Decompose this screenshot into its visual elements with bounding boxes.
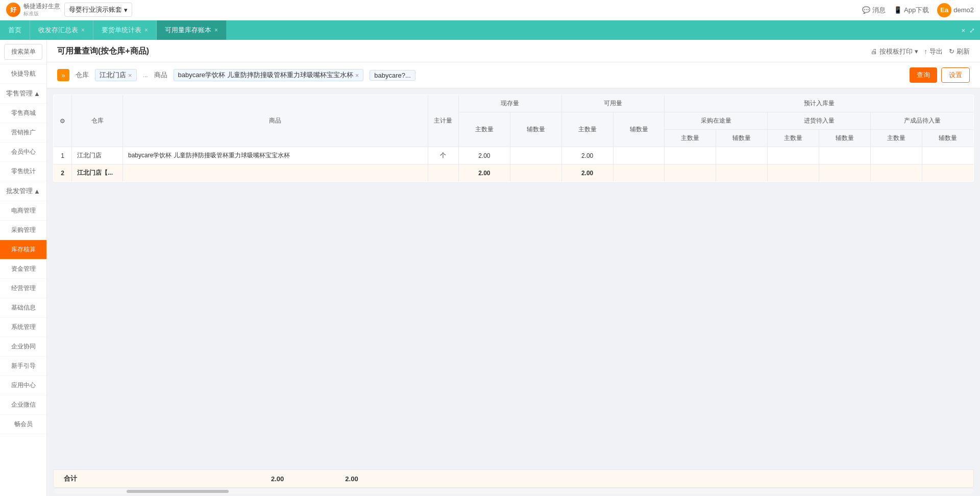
- td-subtotal-product: [123, 164, 428, 182]
- td-avail-aux: [613, 147, 665, 164]
- sidebar-item-enterprise[interactable]: 企业协同: [0, 337, 46, 357]
- sidebar-item-system[interactable]: 系统管理: [0, 318, 46, 337]
- arrow-icon-2: ▲: [34, 187, 40, 195]
- user-profile[interactable]: Ea demo2: [937, 3, 974, 17]
- print-btn[interactable]: 🖨 按模板打印 ▾: [871, 47, 918, 56]
- td-warehouse: 江北门店: [72, 147, 123, 164]
- td-subtotal-purchase-main: [665, 164, 716, 182]
- sidebar-item-retail-stats[interactable]: 零售统计: [0, 162, 46, 181]
- data-table: ⚙ 仓库 商品 主计量 现存量 可用量 预计入库量 主数量 辅数量 主数量 辅数…: [53, 95, 974, 182]
- product-tag1-close[interactable]: ×: [355, 72, 359, 79]
- warehouse-tag: 江北门店 ×: [95, 69, 137, 81]
- logo-icon: 好: [6, 3, 20, 17]
- th-incoming-aux: 辅数量: [819, 130, 871, 147]
- sidebar-item-retail-mall[interactable]: 零售商城: [0, 104, 46, 123]
- th-expected-group: 预计入库量: [665, 95, 974, 112]
- sidebar-item-wechat[interactable]: 企业微信: [0, 395, 46, 415]
- td-subtotal-incoming-aux: [819, 164, 871, 182]
- th-gear: ⚙: [54, 95, 72, 147]
- table-container: ⚙ 仓库 商品 主计量 现存量 可用量 预计入库量 主数量 辅数量 主数量 辅数…: [47, 88, 980, 469]
- sidebar: 搜索菜单 快捷导航 零售管理 ▲ 零售商城 营销推广 会员中心 零售统计 批发管…: [0, 40, 47, 496]
- th-avail-aux: 辅数量: [613, 112, 665, 147]
- subtotal-row: 2 江北门店【... 2.00 2.00: [54, 164, 974, 182]
- tab-close-order[interactable]: ×: [144, 27, 148, 34]
- td-subtotal-warehouse: 江北门店【...: [72, 164, 123, 182]
- warehouse-tag-close[interactable]: ×: [128, 72, 132, 79]
- td-stock-main: 2.00: [458, 147, 510, 164]
- message-btn[interactable]: 💬 消息: [862, 6, 886, 15]
- tab-order-stats[interactable]: 要货单统计表 ×: [93, 20, 157, 40]
- filter-buttons: 查询 设置: [910, 67, 970, 83]
- main-layout: 搜索菜单 快捷导航 零售管理 ▲ 零售商城 营销推广 会员中心 零售统计 批发管…: [0, 40, 980, 496]
- td-stock-aux: [510, 147, 561, 164]
- query-button[interactable]: 查询: [910, 67, 937, 83]
- chevron-down-icon: ▾: [124, 6, 128, 14]
- sidebar-item-app-center[interactable]: 应用中心: [0, 376, 46, 395]
- refresh-btn[interactable]: ↻ 刷新: [949, 47, 970, 56]
- tab-bar-controls: × ⤢: [956, 20, 980, 40]
- sidebar-search-area: 搜索菜单: [0, 40, 46, 64]
- warehouse-label: 仓库: [76, 70, 89, 80]
- sidebar-item-marketing[interactable]: 营销推广: [0, 123, 46, 143]
- td-subtotal-stock-aux: [510, 164, 561, 182]
- setting-button[interactable]: 设置: [941, 67, 970, 83]
- expand-icon[interactable]: ⤢: [969, 27, 975, 34]
- tab-receive-summary[interactable]: 收发存汇总表 ×: [30, 20, 93, 40]
- footer-label: 合计: [64, 474, 77, 483]
- tab-available-stock[interactable]: 可用量库存账本 ×: [157, 20, 227, 40]
- scrollbar-thumb[interactable]: [127, 490, 229, 493]
- th-purchase-aux: 辅数量: [716, 130, 768, 147]
- export-icon: ↑: [924, 48, 928, 55]
- sidebar-item-inventory[interactable]: 库存核算: [0, 240, 46, 259]
- td-unit: 个: [428, 147, 458, 164]
- sidebar-item-wholesale[interactable]: 批发管理 ▲: [0, 181, 46, 201]
- th-product-group: 产成品待入量: [871, 112, 974, 130]
- filter-toggle-btn[interactable]: »: [57, 69, 69, 81]
- th-avail-main: 主数量: [561, 112, 613, 147]
- td-purchase-aux: [716, 147, 768, 164]
- td-avail-main: 2.00: [561, 147, 613, 164]
- sidebar-item-ecommerce[interactable]: 电商管理: [0, 201, 46, 221]
- message-icon: 💬: [862, 6, 870, 14]
- td-incoming-aux: [819, 147, 871, 164]
- tab-home[interactable]: 首页: [0, 20, 30, 40]
- content-area: 可用量查询(按仓库+商品) 🖨 按模板打印 ▾ ↑ 导出 ↻ 刷新: [47, 40, 980, 496]
- logo: 好 畅捷通好生意 标准版: [6, 3, 60, 17]
- sidebar-quick-nav[interactable]: 快捷导航: [0, 64, 46, 84]
- th-incoming-group: 进货待入量: [768, 112, 871, 130]
- tab-bar: 首页 收发存汇总表 × 要货单统计表 × 可用量库存账本 × × ⤢: [0, 20, 980, 40]
- product-tag-1: babycare学饮杯 儿童防摔防撞吸管杯重力球吸嘴杯宝宝水杯 ×: [174, 69, 364, 81]
- sidebar-item-member2[interactable]: 畅会员: [0, 415, 46, 434]
- sidebar-item-purchase[interactable]: 采购管理: [0, 221, 46, 240]
- app-download-btn[interactable]: 📱 App下载: [894, 6, 929, 15]
- tab-close-available[interactable]: ×: [214, 27, 218, 34]
- account-selector[interactable]: 母婴行业演示账套 ▾: [64, 3, 132, 17]
- horizontal-scrollbar[interactable]: [53, 488, 974, 494]
- table-row: 1 江北门店 babycare学饮杯 儿童防摔防撞吸管杯重力球吸嘴杯宝宝水杯 个…: [54, 147, 974, 164]
- sidebar-item-operations[interactable]: 经营管理: [0, 279, 46, 298]
- th-available-group: 可用量: [561, 95, 665, 112]
- td-subtotal-purchase-aux: [716, 164, 768, 182]
- footer-avail-main: 2.00: [345, 475, 358, 483]
- td-incoming-main: [768, 147, 819, 164]
- th-purchase-main: 主数量: [665, 130, 716, 147]
- export-btn[interactable]: ↑ 导出: [924, 47, 943, 56]
- page-actions: 🖨 按模板打印 ▾ ↑ 导出 ↻ 刷新: [871, 47, 970, 56]
- page-title: 可用量查询(按仓库+商品): [57, 46, 149, 57]
- td-subtotal-avail-aux: [613, 164, 665, 182]
- search-menu-btn[interactable]: 搜索菜单: [4, 44, 42, 60]
- td-purchase-main: [665, 147, 716, 164]
- sidebar-item-member[interactable]: 会员中心: [0, 143, 46, 162]
- td-subtotal-avail-main: 2.00: [561, 164, 613, 182]
- page-header: 可用量查询(按仓库+商品) 🖨 按模板打印 ▾ ↑ 导出 ↻ 刷新: [47, 40, 980, 62]
- warehouse-more[interactable]: ...: [143, 72, 148, 79]
- sidebar-item-basic-info[interactable]: 基础信息: [0, 298, 46, 318]
- close-all-tabs-icon[interactable]: ×: [961, 27, 965, 34]
- th-unit: 主计量: [428, 95, 458, 147]
- sidebar-item-retail-mgmt[interactable]: 零售管理 ▲: [0, 84, 46, 104]
- avatar: Ea: [937, 3, 951, 17]
- th-stock-aux: 辅数量: [510, 112, 561, 147]
- sidebar-item-finance[interactable]: 资金管理: [0, 259, 46, 279]
- sidebar-item-newbie[interactable]: 新手引导: [0, 357, 46, 376]
- tab-close-receive[interactable]: ×: [81, 27, 85, 34]
